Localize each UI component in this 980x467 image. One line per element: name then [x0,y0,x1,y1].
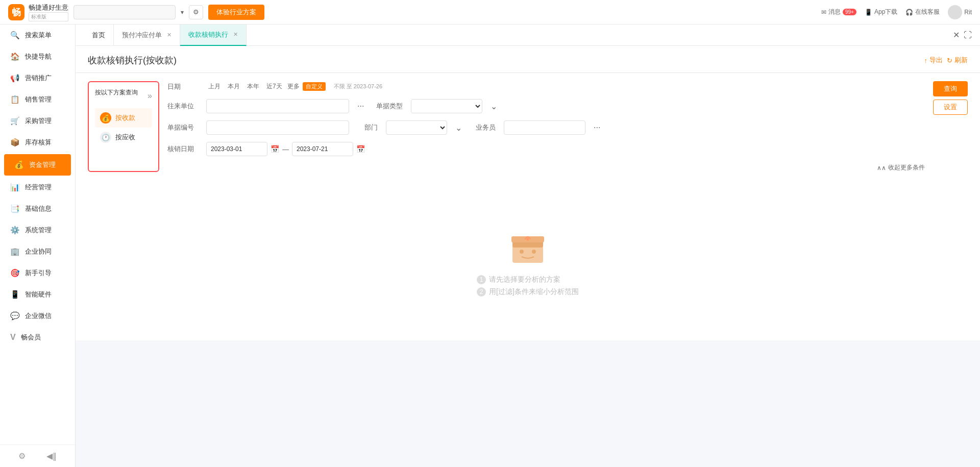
filter-option-by-receipt[interactable]: 💰 按收款 [95,108,152,128]
date-shortcut-last-month[interactable]: 上月 [206,81,223,92]
sidebar-bottom: ⚙ ◀‖ [0,445,75,467]
tab-collection-label: 收款核销执行 [188,30,228,39]
tab-prepay[interactable]: 预付冲应付单 ✕ [114,24,180,46]
page-title: 收款核销执行(按收款) [88,54,177,66]
basic-info-icon: 📑 [10,204,20,213]
sidebar-item-sales[interactable]: 📋 销售管理 [0,89,75,110]
industry-btn[interactable]: 体验行业方案 [208,5,264,20]
search-dropdown-btn[interactable]: ▾ [181,9,184,16]
date-custom-badge[interactable]: 自定义 [303,82,326,91]
filter-row-date: 日期 上月 本月 本年 近7天 更多 自定义 [167,81,925,92]
main-layout: 🔍 搜索菜单 🏠 快捷导航 📢 营销推广 📋 销售管理 🛒 采购管理 📦 库存核… [0,24,980,467]
filter-collapse-arrow[interactable]: » [148,91,152,101]
tab-bar: 首页 预付冲应付单 ✕ 收款核销执行 ✕ ✕ ⛶ [76,24,980,46]
date-shortcut-this-year[interactable]: 本年 [245,81,261,92]
filter-option-by-receivable[interactable]: 🕐 按应收 [95,128,152,147]
sidebar-item-inventory[interactable]: 📦 库存核算 [0,132,75,153]
sidebar-label-purchase: 采购管理 [25,116,52,126]
sidebar-item-wechat[interactable]: 💬 企业微信 [0,305,75,327]
filter-row-verify-date: 核销日期 📅 — 📅 [167,142,925,156]
sidebar-item-marketing[interactable]: 📢 营销推广 [0,67,75,89]
message-badge: 99+ [843,9,856,15]
tab-prepay-close[interactable]: ✕ [167,32,172,38]
sidebar-item-finance[interactable]: 💰 资金管理 [4,154,71,176]
date-more-btn[interactable]: 更多 [287,82,300,91]
export-label: 导出 [929,56,943,65]
sidebar-item-operations[interactable]: 📊 经营管理 [0,177,75,198]
sidebar-label-finance: 资金管理 [29,160,56,169]
sidebar-item-quick-nav[interactable]: 🏠 快捷导航 [0,46,75,67]
tab-collection[interactable]: 收款核销执行 ✕ [180,24,247,46]
setting-btn[interactable]: 设置 [933,100,968,115]
filter-section: 按以下方案查询 » 💰 按收款 🕐 按应收 [76,73,980,180]
export-btn[interactable]: ↑ 导出 [924,56,943,65]
date-shortcut-this-month[interactable]: 本月 [226,81,242,92]
sidebar-label-smart-hw: 智能硬件 [25,290,52,299]
tab-fullscreen-btn[interactable]: ⛶ [964,31,972,40]
sidebar-item-vip[interactable]: V 畅会员 [0,327,75,348]
sidebar-item-basic-info[interactable]: 📑 基础信息 [0,198,75,219]
query-btn[interactable]: 查询 [933,81,968,96]
by-receipt-icon: 💰 [100,112,111,124]
by-receipt-label: 按收款 [115,113,135,122]
date-label: 日期 [167,82,198,91]
dept-select[interactable] [386,120,447,135]
inventory-icon: 📦 [10,138,20,147]
query-btn-group: 查询 设置 [933,81,968,115]
partner-input[interactable] [206,99,349,113]
top-bar-left: 畅 畅捷通好生意 标准版 ▾ ⚙ 体验行业方案 [8,3,264,21]
online-service-item[interactable]: 🎧 在线客服 [905,8,940,16]
dept-dots[interactable]: ⌄ [455,123,462,133]
date-shortcut-group: 上月 本月 本年 近7天 更多 自定义 [206,81,326,92]
verify-date-end-calendar-icon[interactable]: 📅 [356,145,365,153]
export-icon: ↑ [924,57,928,64]
doc-no-input[interactable] [206,120,349,135]
sidebar-collapse-btn[interactable]: ◀‖ [46,451,57,461]
partner-dots[interactable]: ··· [357,102,364,111]
sidebar: 🔍 搜索菜单 🏠 快捷导航 📢 营销推广 📋 销售管理 🛒 采购管理 📦 库存核… [0,24,76,467]
sidebar-label-sales: 销售管理 [25,95,52,104]
search-input[interactable] [74,5,176,19]
doc-type-select[interactable] [411,99,482,113]
doc-no-label: 单据编号 [167,123,198,132]
message-icon: ✉ [821,9,826,16]
sidebar-label-wechat: 企业微信 [25,311,52,321]
verify-date-start[interactable] [206,142,267,156]
sidebar-item-purchase[interactable]: 🛒 采购管理 [0,110,75,132]
home-icon: 🏠 [10,52,20,61]
date-shortcut-7days[interactable]: 近7天 [264,81,284,92]
empty-texts: 1 请先选择要分析的方案 2 用[过滤]条件来缩小分析范围 [477,275,579,300]
tab-collection-close[interactable]: ✕ [233,31,238,38]
date-hint: 不限 至 2023-07-26 [334,83,382,90]
message-item[interactable]: ✉ 消息 99+ [821,8,856,16]
sidebar-label-enterprise: 企业协同 [25,247,52,256]
salesperson-dots[interactable]: ··· [594,123,600,132]
sidebar-item-smart-hw[interactable]: 📱 智能硬件 [0,284,75,305]
refresh-btn[interactable]: ↻ 刷新 [947,56,968,65]
salesperson-input[interactable] [504,120,585,135]
guide-icon: 🎯 [10,268,20,278]
user-area[interactable]: Rit [948,5,972,19]
sidebar-item-search-menu[interactable]: 🔍 搜索菜单 [0,24,75,46]
sidebar-item-system[interactable]: ⚙️ 系统管理 [0,219,75,241]
app-download-item[interactable]: 📱 App下载 [865,8,897,16]
logo-icon: 畅 [8,4,24,20]
gear-btn[interactable]: ⚙ [189,5,203,19]
hint-text-1: 请先选择要分析的方案 [489,275,560,284]
date-range-hint: 不限 至 2023-07-26 [334,83,382,90]
smart-hw-icon: 📱 [10,290,20,299]
tab-home[interactable]: 首页 [84,24,114,46]
vip-icon: V [10,333,16,342]
sidebar-settings-btn[interactable]: ⚙ [18,451,26,461]
verify-date-start-calendar-icon[interactable]: 📅 [271,145,279,153]
message-label: 消息 [828,8,841,16]
finance-icon: 💰 [14,160,24,169]
sales-icon: 📋 [10,95,20,104]
salesperson-label: 业务员 [470,123,496,132]
doc-type-dots[interactable]: ⌄ [491,102,497,111]
verify-date-end[interactable] [292,142,353,156]
tab-close-all-btn[interactable]: ✕ [953,30,960,40]
collapse-more-btn[interactable]: ∧∧ 收起更多条件 [167,163,925,172]
sidebar-item-guide[interactable]: 🎯 新手引导 [0,262,75,284]
sidebar-item-enterprise[interactable]: 🏢 企业协同 [0,241,75,262]
